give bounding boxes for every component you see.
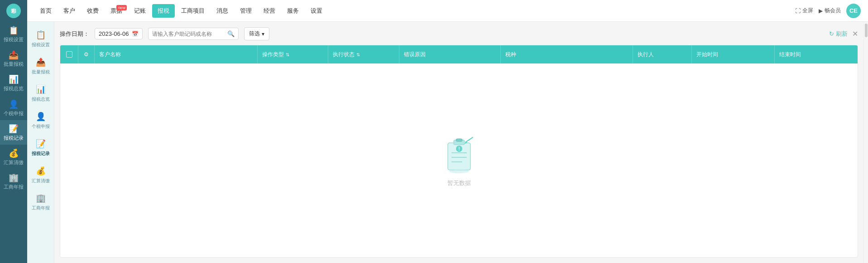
svg-point-12	[449, 170, 469, 173]
empty-text: 暂无数据	[447, 179, 471, 187]
svg-text:彩: 彩	[11, 9, 16, 14]
th-op-type[interactable]: 操作类型 ⇅	[258, 45, 329, 63]
th-tax-type: 税种	[501, 45, 633, 63]
search-box: 🔍	[148, 28, 239, 40]
vertical-scrollbar[interactable]	[863, 22, 868, 263]
table-header: ⚙ 客户名称 操作类型 ⇅ 执行状态 ⇅ 错误原因	[60, 45, 858, 63]
nav-item-management[interactable]: 管理	[235, 4, 257, 18]
nav-item-accounts[interactable]: 记账	[129, 4, 151, 18]
sidebar-item-baoshui-jilu[interactable]: 📝报税记录	[0, 120, 27, 145]
geshuishenba-sub-icon: 👤	[36, 112, 46, 122]
filter-button[interactable]: 筛选 ▾	[244, 27, 269, 40]
nav-item-home[interactable]: 首页	[34, 4, 57, 18]
nav-item-operations[interactable]: 经营	[258, 4, 281, 18]
sort-icon-exec-status: ⇅	[356, 52, 360, 57]
fullscreen-button[interactable]: ⛶ 全屏	[795, 7, 813, 15]
th-end-time: 结束时间	[775, 45, 858, 63]
close-button[interactable]: ✕	[852, 29, 858, 38]
sub-sidebar-item-piliang-baoshui[interactable]: 📤批量报税	[30, 53, 52, 80]
baoshui-zonglann-icon: 📊	[9, 74, 19, 84]
settings-icon: ⚙	[84, 51, 89, 58]
sidebar-item-huisuan-jiaona[interactable]: 💰汇算清缴	[0, 145, 27, 169]
th-start-time: 开始时间	[692, 45, 775, 63]
piliang-baoshui-sub-icon: 📤	[36, 57, 46, 67]
th-executor: 执行人	[633, 45, 691, 63]
toolbar: 操作日期： 2023-06-06 📅 🔍 筛选 ▾ ↻ 刷新	[60, 27, 858, 40]
nav-item-invoices[interactable]: 票据new	[105, 4, 128, 18]
calendar-icon: 📅	[132, 31, 139, 37]
date-value: 2023-06-06	[99, 30, 129, 37]
data-table: ⚙ 客户名称 操作类型 ⇅ 执行状态 ⇅ 错误原因	[60, 45, 858, 258]
filter-label: 筛选	[249, 30, 260, 38]
logo-icon: 彩	[6, 4, 21, 18]
sidebar-item-piliang-baoshui[interactable]: 📤批量报税	[0, 46, 27, 71]
chevron-down-icon: ▾	[262, 31, 264, 37]
sidebar-item-baoshui-zonglann[interactable]: 📊报税总览	[0, 71, 27, 95]
content-area: 操作日期： 2023-06-06 📅 🔍 筛选 ▾ ↻ 刷新	[54, 22, 863, 263]
nav-item-industry[interactable]: 工商项目	[176, 4, 210, 18]
sub-sidebar-item-baoshui-jilu[interactable]: 📝报税记录	[30, 134, 52, 161]
baoshui-shezhi-icon: 📋	[9, 25, 19, 35]
nav-item-billing[interactable]: 收费	[82, 4, 104, 18]
sidebar: 彩 📋报税设置📤批量报税📊报税总览👤个税申报📝报税记录💰汇算清缴🏢工商年报	[0, 0, 27, 263]
th-settings[interactable]: ⚙	[78, 45, 95, 63]
search-input[interactable]	[149, 29, 224, 39]
empty-illustration: !	[441, 134, 477, 175]
nav-item-tax[interactable]: 报税	[152, 4, 175, 18]
sort-icon-op-type: ⇅	[286, 52, 289, 57]
nav-item-settings[interactable]: 设置	[305, 4, 328, 18]
th-error-reason: 错误原因	[399, 45, 501, 63]
nav-item-messages[interactable]: 消息	[211, 4, 234, 18]
sidebar-item-baoshui-shezhi[interactable]: 📋报税设置	[0, 22, 27, 46]
sub-sidebar-item-geshuishenba[interactable]: 👤个税申报	[30, 107, 52, 134]
refresh-button[interactable]: ↻ 刷新	[829, 30, 848, 38]
svg-line-10	[466, 137, 473, 142]
refresh-icon: ↻	[829, 30, 834, 37]
nav-item-services[interactable]: 服务	[282, 4, 304, 18]
date-picker[interactable]: 2023-06-06 📅	[95, 28, 143, 39]
nav-item-clients[interactable]: 客户	[58, 4, 81, 18]
baoshui-shezhi-sub-icon: 📋	[36, 30, 46, 40]
sub-sidebar-item-baoshui-shezhi[interactable]: 📋报税设置	[30, 25, 52, 53]
th-checkbox[interactable]	[60, 45, 78, 63]
sub-sidebar-item-baoshui-zonglann[interactable]: 📊报税总览	[30, 80, 52, 107]
date-label: 操作日期：	[60, 30, 89, 38]
main-area: 首页客户收费票据new记账报税工商项目消息管理经营服务设置 ⛶ 全屏 ▶ 畅会员…	[27, 0, 868, 263]
toolbar-right: ↻ 刷新 ✕	[829, 29, 858, 38]
member-label: 畅会员	[825, 7, 841, 15]
topnav-right: ⛶ 全屏 ▶ 畅会员 CE	[795, 4, 861, 18]
sidebar-item-gongshang-nianbao[interactable]: 🏢工商年报	[0, 169, 27, 194]
sidebar-logo[interactable]: 彩	[0, 0, 27, 22]
huisuan-jiaona-sub-icon: 💰	[36, 166, 46, 176]
baoshui-zonglann-sub-icon: 📊	[36, 84, 46, 94]
avatar[interactable]: CE	[846, 4, 861, 18]
member-icon: ▶	[819, 8, 823, 14]
member-button[interactable]: ▶ 畅会员	[819, 7, 841, 15]
svg-text:!: !	[458, 146, 460, 151]
baoshui-jilu-sub-icon: 📝	[36, 139, 46, 149]
th-customer-name: 客户名称	[95, 45, 258, 63]
select-all-checkbox[interactable]	[66, 51, 72, 58]
piliang-baoshui-icon: 📤	[9, 50, 19, 60]
sub-sidebar: 📋报税设置📤批量报税📊报税总览👤个税申报📝报税记录💰汇算清缴🏢工商年报	[27, 22, 54, 263]
baoshui-jilu-icon: 📝	[9, 124, 19, 134]
empty-state: ! 暂无数据	[60, 63, 858, 257]
svg-rect-4	[456, 139, 462, 141]
huisuan-jiaona-icon: 💰	[9, 148, 19, 158]
top-navigation: 首页客户收费票据new记账报税工商项目消息管理经营服务设置 ⛶ 全屏 ▶ 畅会员…	[27, 0, 868, 22]
page-content: 📋报税设置📤批量报税📊报税总览👤个税申报📝报税记录💰汇算清缴🏢工商年报 操作日期…	[27, 22, 868, 263]
geshuishenba-icon: 👤	[9, 99, 19, 109]
th-exec-status[interactable]: 执行状态 ⇅	[328, 45, 399, 63]
fullscreen-icon: ⛶	[795, 8, 801, 14]
scrollbar-thumb[interactable]	[865, 24, 868, 37]
sub-sidebar-item-huisuan-jiaona[interactable]: 💰汇算清缴	[30, 161, 52, 189]
refresh-label: 刷新	[836, 30, 848, 38]
sidebar-item-geshuishenba[interactable]: 👤个税申报	[0, 96, 27, 120]
search-button[interactable]: 🔍	[224, 28, 238, 39]
sub-sidebar-item-gongshang-nianbao[interactable]: 🏢工商年报	[30, 189, 52, 216]
gongshang-nianbao-sub-icon: 🏢	[36, 193, 46, 203]
fullscreen-label: 全屏	[802, 7, 813, 15]
nav-badge-invoices: new	[116, 5, 127, 11]
gongshang-nianbao-icon: 🏢	[9, 173, 19, 183]
